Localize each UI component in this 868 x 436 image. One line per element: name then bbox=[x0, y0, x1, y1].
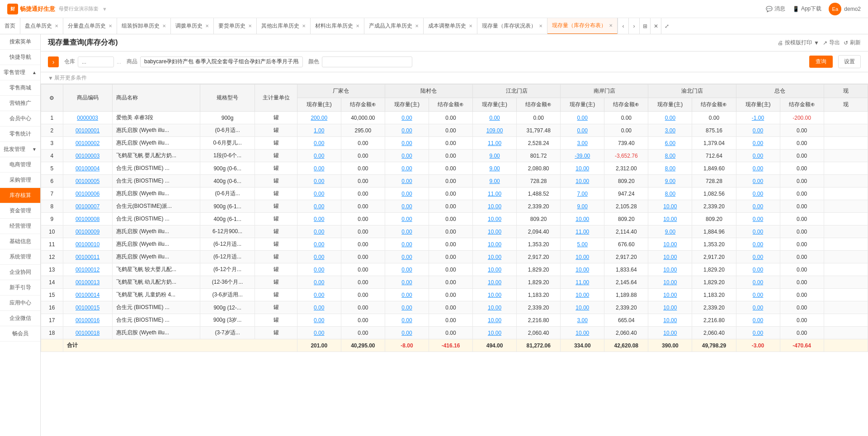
close-icon[interactable]: ✕ bbox=[205, 23, 209, 28]
cell-qty[interactable]: 10.00 bbox=[561, 301, 604, 314]
cell-qty[interactable]: 10.00 bbox=[648, 276, 692, 289]
tab-11[interactable]: 现存量（库存分布表） ✕ bbox=[547, 18, 618, 34]
cell-qty[interactable]: 0.00 bbox=[648, 112, 692, 124]
cell-qty[interactable]: 0.00 bbox=[385, 327, 429, 339]
close-icon[interactable]: ✕ bbox=[415, 23, 419, 28]
cell-qty[interactable]: 0.00 bbox=[385, 263, 429, 276]
cell-qty[interactable]: 1.00 bbox=[297, 124, 341, 137]
sidebar-item-mall[interactable]: 零售商城 bbox=[0, 80, 40, 96]
user-area[interactable]: Ea demo2 bbox=[829, 3, 861, 15]
cell-qty[interactable]: -39.00 bbox=[561, 150, 604, 162]
goods-input[interactable] bbox=[140, 56, 303, 67]
settings-btn[interactable]: 设置 bbox=[838, 55, 861, 68]
cell-qty[interactable]: 3.00 bbox=[561, 314, 604, 327]
sidebar-item-marketing[interactable]: 营销推广 bbox=[0, 96, 40, 111]
cell-qty[interactable]: 10.00 bbox=[561, 251, 604, 263]
cell-qty[interactable]: 11.00 bbox=[561, 276, 604, 289]
close-icon[interactable]: ✕ bbox=[469, 23, 472, 28]
close-icon[interactable]: ✕ bbox=[248, 23, 252, 28]
sidebar-item-system[interactable]: 系统管理 bbox=[0, 249, 40, 265]
cell-qty[interactable]: 0.00 bbox=[297, 263, 341, 276]
cell-qty[interactable]: 0.00 bbox=[297, 175, 341, 188]
tab-home[interactable]: 首页 bbox=[0, 18, 20, 34]
tab-6[interactable]: 其他出库单历史 ✕ bbox=[257, 18, 311, 34]
cell-qty[interactable]: 3.00 bbox=[561, 137, 604, 150]
cell-qty[interactable]: 0.00 bbox=[736, 175, 780, 188]
cell-qty[interactable]: 0.00 bbox=[385, 276, 429, 289]
cell-qty[interactable]: 0.00 bbox=[385, 124, 429, 137]
cell-qty[interactable]: 0.00 bbox=[736, 137, 780, 150]
cell-qty[interactable]: 0.00 bbox=[736, 289, 780, 301]
tab-nav-left[interactable]: ‹ bbox=[618, 18, 628, 34]
cell-qty[interactable]: 10.00 bbox=[473, 263, 517, 276]
cell-qty[interactable]: 0.00 bbox=[297, 150, 341, 162]
tab-3[interactable]: 组装拆卸单历史 ✕ bbox=[117, 18, 171, 34]
tab-5[interactable]: 要货单历史 ✕ bbox=[214, 18, 257, 34]
cell-qty[interactable]: 0.00 bbox=[561, 112, 604, 124]
cell-qty[interactable]: 0.00 bbox=[297, 225, 341, 238]
cell-qty[interactable]: 10.00 bbox=[473, 225, 517, 238]
cell-qty[interactable]: 0.00 bbox=[736, 238, 780, 251]
cell-qty[interactable]: 0.00 bbox=[297, 137, 341, 150]
cell-qty[interactable]: 0.00 bbox=[385, 150, 429, 162]
close-icon[interactable]: ✕ bbox=[162, 23, 166, 28]
cell-qty[interactable]: 0.00 bbox=[385, 162, 429, 175]
cell-qty[interactable]: 0.00 bbox=[736, 124, 780, 137]
cell-qty[interactable]: 0.00 bbox=[385, 225, 429, 238]
cell-qty[interactable]: 10.00 bbox=[648, 213, 692, 225]
cell-qty[interactable]: 9.00 bbox=[473, 175, 517, 188]
cell-qty[interactable]: 10.00 bbox=[473, 251, 517, 263]
cell-qty[interactable]: 0.00 bbox=[385, 314, 429, 327]
cell-qty[interactable]: 0.00 bbox=[736, 188, 780, 200]
cell-qty[interactable]: 3.00 bbox=[648, 124, 692, 137]
tab-2[interactable]: 分量盘点单历史 ✕ bbox=[63, 18, 117, 34]
tab-9[interactable]: 成本调整单历史 ✕ bbox=[424, 18, 477, 34]
cell-qty[interactable]: 0.00 bbox=[297, 238, 341, 251]
cell-qty[interactable]: 0.00 bbox=[736, 200, 780, 213]
cell-qty[interactable]: 0.00 bbox=[736, 162, 780, 175]
cell-qty[interactable]: 8.00 bbox=[648, 150, 692, 162]
cell-qty[interactable]: 0.00 bbox=[297, 251, 341, 263]
cell-qty[interactable]: 10.00 bbox=[648, 301, 692, 314]
cell-qty[interactable]: 10.00 bbox=[473, 327, 517, 339]
sidebar-item-basic[interactable]: 基础信息 bbox=[0, 234, 40, 249]
cell-qty[interactable]: 10.00 bbox=[473, 301, 517, 314]
cell-qty[interactable]: 9.00 bbox=[473, 150, 517, 162]
tab-nav-more[interactable]: ⊞ bbox=[639, 18, 650, 34]
cell-qty[interactable]: 10.00 bbox=[648, 263, 692, 276]
sidebar-item-apps[interactable]: 应用中心 bbox=[0, 295, 40, 311]
cell-qty[interactable]: 0.00 bbox=[385, 175, 429, 188]
color-input[interactable] bbox=[322, 56, 412, 67]
cell-qty[interactable]: 10.00 bbox=[648, 327, 692, 339]
sidebar-item-wholesale[interactable]: 批发管理 ▼ bbox=[0, 142, 40, 157]
cell-qty[interactable]: 6.00 bbox=[648, 137, 692, 150]
expand-conditions-btn[interactable]: ▼ 展开更多条件 bbox=[48, 74, 861, 82]
cell-qty[interactable]: 0.00 bbox=[736, 314, 780, 327]
cell-qty[interactable]: 9.00 bbox=[473, 162, 517, 175]
cell-qty[interactable]: 0.00 bbox=[561, 124, 604, 137]
sidebar-item-search[interactable]: 搜索英单 bbox=[0, 34, 40, 50]
cell-qty[interactable]: 9.00 bbox=[561, 200, 604, 213]
warehouse-more[interactable]: ... bbox=[117, 59, 121, 65]
close-icon[interactable]: ✕ bbox=[302, 23, 306, 28]
cell-qty[interactable]: 10.00 bbox=[561, 162, 604, 175]
cell-qty[interactable]: 10.00 bbox=[473, 213, 517, 225]
cell-qty[interactable]: 10.00 bbox=[561, 289, 604, 301]
close-icon[interactable]: ✕ bbox=[356, 23, 359, 28]
tab-nav-right[interactable]: › bbox=[628, 18, 639, 34]
close-icon[interactable]: ✕ bbox=[108, 23, 112, 28]
sidebar-item-inventory[interactable]: 库存核算 bbox=[0, 188, 40, 203]
cell-qty[interactable]: 5.00 bbox=[561, 238, 604, 251]
sidebar-item-operations[interactable]: 经营管理 bbox=[0, 219, 40, 234]
cell-qty[interactable]: 200.00 bbox=[297, 112, 341, 124]
cell-qty[interactable]: 0.00 bbox=[297, 162, 341, 175]
cell-qty[interactable]: 0.00 bbox=[385, 301, 429, 314]
tab-8[interactable]: 产成品入库单历史 ✕ bbox=[364, 18, 424, 34]
cell-qty[interactable]: 0.00 bbox=[297, 301, 341, 314]
cell-qty[interactable]: 109.00 bbox=[473, 124, 517, 137]
cell-qty[interactable]: 0.00 bbox=[736, 225, 780, 238]
sidebar-item-vip[interactable]: 畅会员 bbox=[0, 326, 40, 342]
cell-qty[interactable]: 0.00 bbox=[736, 150, 780, 162]
expand-btn[interactable]: › bbox=[48, 56, 59, 67]
sidebar-item-nav[interactable]: 快捷导航 bbox=[0, 50, 40, 65]
